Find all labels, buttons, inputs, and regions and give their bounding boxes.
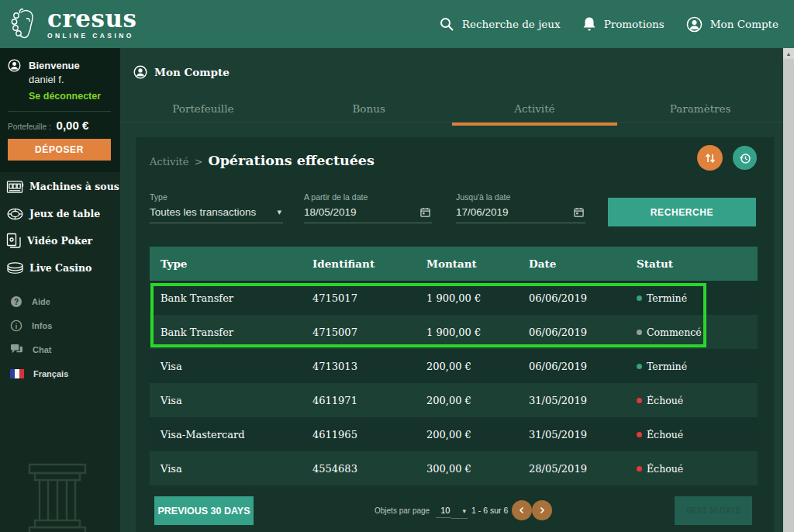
sort-arrows-icon [704, 152, 716, 164]
table-row[interactable]: Bank Transfer 4715007 1 900,00 € 06/06/2… [150, 315, 758, 349]
calendar-icon [574, 207, 584, 217]
sidebar-menu-small: ? Aide i Infos Chat Français [0, 289, 120, 385]
username: daniel f. [29, 73, 101, 87]
welcome-label: Bienvenue [29, 59, 101, 73]
wallet-value: 0,00 € [57, 119, 89, 132]
table-header: Type Identifiant Montant Date Statut [150, 247, 758, 281]
nav-search[interactable]: Recherche de jeux [439, 16, 561, 32]
scrollbar-up-arrow[interactable]: ▲ [783, 48, 794, 59]
column-decoration [20, 462, 98, 532]
sort-button[interactable] [697, 145, 723, 171]
scrollbar[interactable]: ▲ [783, 48, 794, 532]
status-dot [637, 295, 642, 301]
chevron-down-icon: ▾ [277, 207, 281, 217]
logo-subtitle: ONLINE CASINO [47, 32, 136, 40]
wallet-label: Portefeuille : [8, 123, 51, 131]
page-next-button[interactable] [532, 500, 552, 520]
per-page-control: Objets par page 10 ▾ [375, 506, 468, 519]
filters: Type Toutes les transactions▾ A partir d… [136, 192, 774, 240]
sidebar-menu: Machines à sous Jeux de table Vidéo Poke… [0, 173, 120, 282]
status-dot [637, 330, 642, 335]
to-date-value: 17/06/2019 [456, 206, 509, 218]
chevron-right-icon [538, 506, 546, 514]
status-dot [637, 398, 642, 403]
top-nav: Recherche de jeux Promotions Mon Compte [439, 16, 778, 33]
breadcrumb-separator: > [194, 156, 202, 168]
activity-panel: Activité > Opérations effectuées Type To… [136, 137, 774, 532]
help-icon: ? [10, 295, 22, 308]
transactions-table: Type Identifiant Montant Date Statut Ban… [150, 247, 758, 485]
sidebar-item-chat[interactable]: Chat [0, 337, 120, 361]
history-icon [739, 152, 751, 164]
info-icon: i [10, 320, 22, 332]
history-button[interactable] [733, 146, 757, 170]
roulette-icon [6, 207, 24, 221]
status-dot [637, 432, 642, 437]
account-title: Mon Compte [133, 65, 230, 79]
breadcrumb-parent[interactable]: Activité [150, 156, 188, 168]
svg-text:?: ? [14, 297, 19, 306]
search-icon [439, 16, 454, 32]
user-icon [686, 16, 703, 33]
pagination-range: 1 - 6 sur 6 [471, 506, 508, 515]
status-dot [637, 364, 642, 369]
table-body: Bank Transfer 4715017 1 900,00 € 06/06/2… [150, 281, 758, 485]
per-page-value[interactable]: 10 [436, 506, 451, 518]
sidebar-item-language[interactable]: Français [0, 361, 120, 385]
from-date-value: 18/05/2019 [304, 206, 357, 218]
status-dot [637, 466, 642, 472]
from-date-field[interactable]: A partir de la date 18/05/2019 [304, 192, 432, 223]
account-icon [133, 65, 147, 79]
calendar-icon [420, 207, 430, 217]
per-page-label: Objets par page [375, 506, 430, 515]
breadcrumb-current: Opérations effectuées [208, 153, 374, 168]
search-button[interactable]: RECHERCHE [608, 198, 756, 226]
page-previous-button[interactable] [512, 500, 532, 520]
sidebar: Bienvenue daniel f. Se déconnecter Porte… [0, 48, 120, 532]
french-flag-icon [10, 369, 24, 378]
breadcrumb: Activité > Opérations effectuées [150, 153, 375, 168]
sidebar-item-infos[interactable]: i Infos [0, 313, 120, 337]
divider [8, 111, 111, 112]
chips-icon [6, 261, 24, 275]
bell-icon [582, 16, 596, 32]
table-row[interactable]: Visa-Mastercard 4611965 200,00 € 31/05/2… [150, 417, 758, 451]
logo-title: cresus [47, 9, 136, 29]
user-block: Bienvenue daniel f. Se déconnecter Porte… [0, 48, 120, 172]
app-header: cresus ONLINE CASINO Recherche de jeux P… [0, 0, 794, 48]
table-row[interactable]: Bank Transfer 4715017 1 900,00 € 06/06/2… [150, 281, 758, 315]
per-page-caret-icon[interactable]: ▾ [451, 507, 468, 519]
sidebar-item-live-casino[interactable]: Live Casino [0, 254, 120, 282]
logout-link[interactable]: Se déconnecter [29, 91, 101, 102]
avatar-icon [8, 59, 21, 72]
tabs-divider [120, 122, 783, 123]
deposit-button[interactable]: DÉPOSER [8, 139, 111, 161]
sidebar-item-video-poker[interactable]: Vidéo Poker [0, 227, 120, 254]
nav-account[interactable]: Mon Compte [686, 16, 778, 33]
table-row[interactable]: Visa 4713013 200,00 € 06/06/2019 Terminé [150, 349, 758, 383]
logo[interactable]: cresus ONLINE CASINO [9, 5, 136, 43]
sidebar-item-jeux-de-table[interactable]: Jeux de table [0, 200, 120, 227]
chevron-left-icon [518, 506, 526, 514]
sidebar-item-aide[interactable]: ? Aide [0, 289, 120, 313]
nav-promotions[interactable]: Promotions [582, 16, 665, 32]
type-filter-value: Toutes les transactions [150, 206, 256, 218]
cresus-head-icon [9, 5, 42, 43]
to-date-field[interactable]: Jusqu'à la date 17/06/2019 [456, 192, 585, 223]
sidebar-item-machines-a-sous[interactable]: Machines à sous [0, 173, 120, 200]
table-row[interactable]: Visa 4611971 200,00 € 31/05/2019 Échoué [150, 383, 758, 417]
chat-icon [10, 344, 23, 355]
next-30-days-button[interactable]: NEXT 30 DAYS [675, 496, 752, 525]
svg-text:i: i [16, 322, 18, 330]
type-filter[interactable]: Type Toutes les transactions▾ [150, 192, 283, 223]
previous-30-days-button[interactable]: PREVIOUS 30 DAYS [154, 496, 254, 525]
main-content: Mon Compte PortefeuilleBonusActivitéPara… [120, 48, 783, 532]
cards-icon [6, 233, 22, 249]
slot-machine-icon [6, 179, 24, 195]
table-row[interactable]: Visa 4554683 300,00 € 28/05/2019 Échoué [150, 451, 758, 485]
